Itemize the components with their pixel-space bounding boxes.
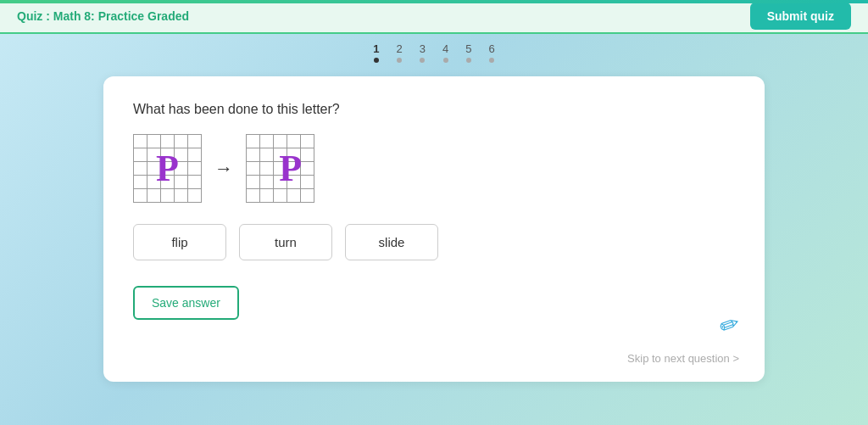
question-dot-4 [443, 58, 448, 63]
top-bar: Quiz : Math 8: Practice Graded Submit qu… [0, 0, 868, 34]
question-dot-1 [374, 58, 379, 63]
skip-question-link[interactable]: Skip to next question > [627, 352, 739, 365]
save-answer-button[interactable]: Save answer [133, 286, 239, 320]
green-strip [0, 0, 868, 3]
question-nav-item-1[interactable]: 1 [373, 42, 379, 63]
question-nav-item-3[interactable]: 3 [420, 42, 426, 63]
arrow-icon: → [214, 158, 233, 180]
left-grid-container: P [133, 134, 202, 203]
question-nav-item-2[interactable]: 2 [397, 42, 403, 63]
question-dot-3 [420, 58, 425, 63]
quiz-title: Quiz : Math 8: Practice Graded [17, 9, 189, 23]
right-grid-container: P [246, 134, 314, 203]
question-nav-item-4[interactable]: 4 [442, 42, 448, 63]
question-dot-6 [489, 58, 494, 63]
option-turn[interactable]: turn [239, 224, 332, 260]
letter-demo: P → P [133, 134, 735, 203]
pencil-icon: ✏ [715, 309, 743, 342]
question-nav: 1 2 3 4 5 6 [0, 34, 868, 68]
submit-quiz-button[interactable]: Submit quiz [750, 3, 851, 30]
letter-p-left: P [156, 150, 179, 187]
question-card: What has been done to this letter? P → [103, 76, 765, 382]
letter-p-right: P [279, 150, 302, 187]
question-text: What has been done to this letter? [133, 102, 735, 117]
options-row: flip turn slide [133, 224, 735, 260]
question-nav-item-6[interactable]: 6 [488, 42, 494, 63]
question-dot-5 [466, 58, 471, 63]
question-dot-2 [397, 58, 402, 63]
main-content: What has been done to this letter? P → [0, 68, 868, 390]
option-flip[interactable]: flip [133, 224, 226, 260]
option-slide[interactable]: slide [345, 224, 438, 260]
question-nav-item-5[interactable]: 5 [465, 42, 471, 63]
